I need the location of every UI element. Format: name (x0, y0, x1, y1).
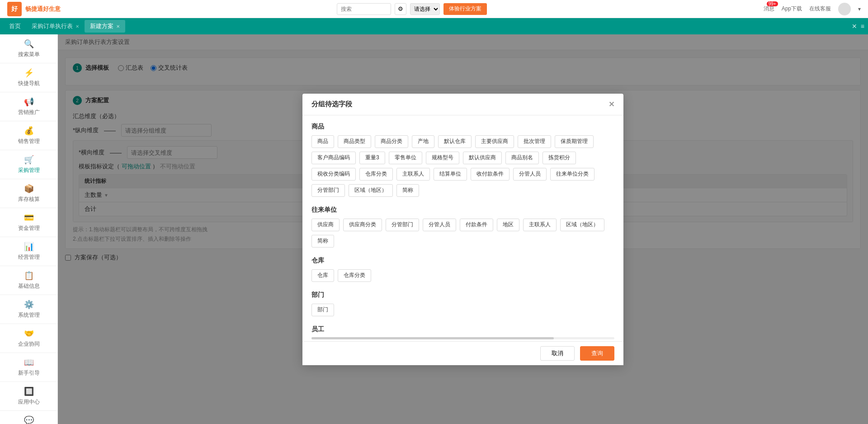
header-center: ⚙ 请选择 体验行业方案 (337, 3, 487, 15)
field-tag-product-alias[interactable]: 商品别名 (505, 152, 539, 164)
sidebar-item-marketing[interactable]: 📢 营销推广 (0, 92, 57, 121)
tab-purchase-close[interactable]: ✕ (75, 24, 79, 29)
section-product: 商品 商品 商品类型 商品分类 产地 默认仓库 主要供应商 批次管理 保质期管理… (311, 123, 614, 197)
section-dept-title: 部门 (311, 291, 614, 299)
trial-btn[interactable]: 体验行业方案 (443, 3, 487, 15)
field-tag-supplier-category[interactable]: 供应商分类 (343, 219, 382, 231)
field-tag-department[interactable]: 部门 (311, 304, 334, 316)
field-tag-partner-category[interactable]: 往来单位分类 (550, 168, 594, 181)
finance-icon: 💳 (24, 213, 34, 223)
field-tag-supplier[interactable]: 供应商 (311, 219, 340, 231)
sidebar-item-sales[interactable]: 💰 销售管理 (0, 121, 57, 150)
tab-close-all[interactable]: ✕ (852, 23, 857, 30)
tab-purchase-exec[interactable]: 采购订单执行表 ✕ (26, 20, 85, 33)
field-tag-partner-region[interactable]: 区域（地区） (560, 219, 604, 231)
sidebar-inventory-label: 库存核算 (18, 195, 40, 203)
field-tag-main-supplier[interactable]: 主要供应商 (475, 135, 514, 148)
field-tag-shelf-life[interactable]: 保质期管理 (555, 135, 594, 148)
user-menu-btn[interactable]: ▾ (858, 6, 861, 12)
wechat-icon: 💬 (24, 415, 34, 424)
section-warehouse-tags: 仓库 仓库分类 (311, 269, 614, 282)
field-tag-origin[interactable]: 产地 (412, 135, 434, 148)
logo-area: 好 畅捷通好生意 (7, 2, 61, 16)
modal-footer: 取消 查询 (302, 341, 623, 365)
sidebar-apps-label: 应用中心 (18, 398, 40, 406)
confirm-button[interactable]: 查询 (580, 346, 614, 361)
field-tag-partner-abbr[interactable]: 简称 (311, 235, 334, 248)
logo-icon: 好 (7, 2, 22, 16)
field-tag-partner-dept[interactable]: 分管部门 (386, 219, 419, 231)
sidebar-item-system[interactable]: ⚙️ 系统管理 (0, 295, 57, 324)
field-tag-retail-unit[interactable]: 零售单位 (389, 152, 422, 164)
tab-more[interactable]: ≡ (861, 23, 864, 30)
field-tag-warehouse-cat[interactable]: 仓库分类 (338, 269, 371, 282)
section-dept: 部门 部门 (311, 291, 614, 316)
sidebar-collab-label: 企业协同 (18, 340, 40, 348)
inventory-icon: 📦 (24, 184, 34, 194)
sidebar-item-apps[interactable]: 🔲 应用中心 (0, 382, 57, 411)
section-partner-tags: 供应商 供应商分类 分管部门 分管人员 付款条件 地区 主联系人 区域（地区） … (311, 219, 614, 248)
tab-new-plan[interactable]: 新建方案 ✕ (85, 20, 125, 33)
modal-header: 分组待选字段 ✕ (302, 94, 623, 115)
section-product-tags: 商品 商品类型 商品分类 产地 默认仓库 主要供应商 批次管理 保质期管理 客户… (311, 135, 614, 197)
field-tag-dept[interactable]: 分管部门 (311, 184, 345, 197)
field-tag-default-supplier[interactable]: 默认供应商 (463, 152, 502, 164)
system-icon: ⚙️ (24, 300, 34, 310)
section-employee-title: 员工 (311, 325, 614, 333)
field-tag-region[interactable]: 区域（地区） (349, 184, 393, 197)
sidebar-item-operation[interactable]: 📊 经营管理 (0, 237, 57, 266)
field-tag-pick-points[interactable]: 拣货积分 (542, 152, 576, 164)
modal-body: 商品 商品 商品类型 商品分类 产地 默认仓库 主要供应商 批次管理 保质期管理… (302, 115, 623, 338)
sidebar-item-guide[interactable]: 📖 新手引导 (0, 353, 57, 382)
sidebar-item-inventory[interactable]: 📦 库存核算 (0, 179, 57, 208)
field-tag-main-contact[interactable]: 主联系人 (396, 168, 430, 181)
purchase-icon: 🛒 (24, 155, 34, 165)
field-tag-abbr[interactable]: 简称 (396, 184, 419, 197)
online-service[interactable]: 在线客服 (809, 5, 831, 13)
sidebar-item-quick-nav[interactable]: ⚡ 快捷导航 (0, 63, 57, 92)
tab-bar-right: ✕ ≡ (852, 23, 864, 30)
field-tag-product-type[interactable]: 商品类型 (338, 135, 371, 148)
cancel-button[interactable]: 取消 (540, 346, 575, 361)
sidebar-item-search[interactable]: 🔍 搜索菜单 (0, 34, 57, 63)
modal-scrollbar-track[interactable] (311, 337, 614, 339)
tab-home[interactable]: 首页 (4, 20, 26, 33)
field-tag-settlement-unit[interactable]: 结算单位 (434, 168, 467, 181)
user-avatar[interactable] (838, 3, 851, 15)
section-partner-title: 往来单位 (311, 206, 614, 214)
app-download[interactable]: App下载 (782, 5, 802, 13)
sidebar-item-basic[interactable]: 📋 基础信息 (0, 266, 57, 295)
field-tag-tax-code[interactable]: 税收分类编码 (311, 168, 356, 181)
field-tag-pay-terms[interactable]: 付款条件 (460, 219, 493, 231)
sidebar-basic-label: 基础信息 (18, 282, 40, 290)
field-tag-partner-contact[interactable]: 主联系人 (523, 219, 557, 231)
field-tag-warehouse-category[interactable]: 仓库分类 (359, 168, 393, 181)
field-tag-supervisor[interactable]: 分管人员 (513, 168, 547, 181)
header-search[interactable] (337, 3, 391, 15)
tab-new-plan-close[interactable]: ✕ (116, 24, 120, 29)
modal-close-btn[interactable]: ✕ (609, 100, 614, 109)
sidebar-item-collab[interactable]: 🤝 企业协同 (0, 324, 57, 353)
field-tag-weight3[interactable]: 重量3 (359, 152, 385, 164)
field-tag-product[interactable]: 商品 (311, 135, 334, 148)
field-tag-customer-sku[interactable]: 客户商品编码 (311, 152, 356, 164)
message-badge: 99+ (767, 1, 778, 6)
sidebar-item-finance[interactable]: 💳 资金管理 (0, 208, 57, 237)
sidebar-item-purchase[interactable]: 🛒 采购管理 (0, 150, 57, 179)
field-tag-partner-supervisor[interactable]: 分管人员 (423, 219, 456, 231)
field-tag-spec-model[interactable]: 规格型号 (426, 152, 459, 164)
header-select[interactable]: 请选择 (410, 3, 440, 15)
field-tag-area[interactable]: 地区 (497, 219, 519, 231)
section-warehouse: 仓库 仓库 仓库分类 (311, 257, 614, 282)
field-tag-product-category[interactable]: 商品分类 (375, 135, 408, 148)
field-tag-default-warehouse[interactable]: 默认仓库 (438, 135, 472, 148)
tab-purchase-label: 采购订单执行表 (32, 22, 73, 30)
sidebar-item-wechat[interactable]: 💬 企业微信 (0, 411, 57, 424)
section-partner: 往来单位 供应商 供应商分类 分管部门 分管人员 付款条件 地区 主联系人 区域… (311, 206, 614, 248)
gear-button[interactable]: ⚙ (395, 3, 406, 15)
field-tag-warehouse[interactable]: 仓库 (311, 269, 334, 282)
message-btn[interactable]: 消息 99+ (764, 5, 774, 13)
field-tag-payment-terms[interactable]: 收付款条件 (471, 168, 509, 181)
field-tag-batch-mgmt[interactable]: 批次管理 (518, 135, 551, 148)
top-header: 好 畅捷通好生意 ⚙ 请选择 体验行业方案 消息 99+ App下载 在线客服 … (0, 0, 868, 18)
